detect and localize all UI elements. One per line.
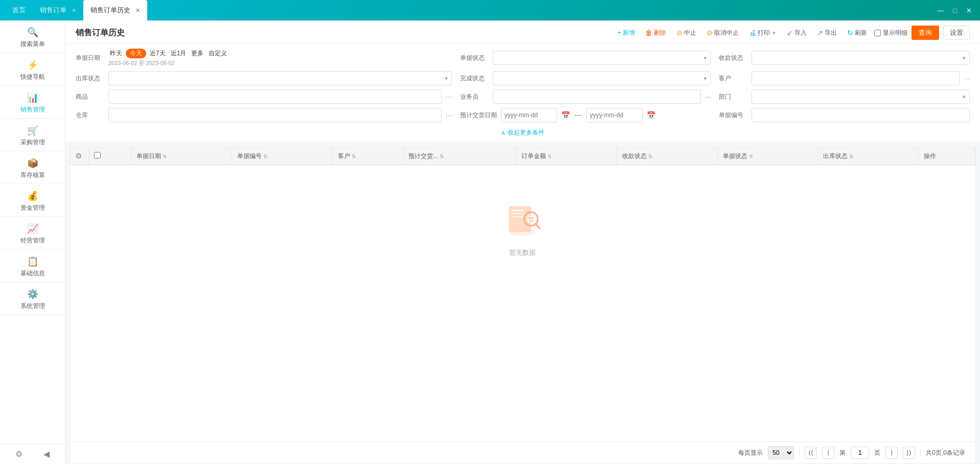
shortcut-更多[interactable]: 更多 (190, 49, 205, 58)
delivery-date-to[interactable] (586, 108, 643, 122)
sort-label-amount: 订单金额 (521, 152, 546, 161)
sidebar-label-quick-nav: 快捷导航 (20, 73, 45, 81)
filter-row-2: 出库状态 ▼ 完成状态 ▼ (76, 71, 970, 85)
show-detail-checkbox-label[interactable]: 显示明细 (874, 29, 907, 37)
product-input[interactable] (108, 90, 442, 104)
current-page-input[interactable] (851, 447, 869, 459)
tab-close-sales-history[interactable]: ✕ (135, 7, 140, 14)
cancel-stop-button[interactable]: ⊘ 取消中止 (703, 27, 742, 39)
shortcut-今天[interactable]: 今天 (126, 49, 146, 58)
th-payment[interactable]: 收款状态⇅ (617, 147, 717, 165)
export-button[interactable]: ↗ 导出 (814, 27, 840, 39)
salesperson-label: 业务员 (460, 93, 489, 101)
th-ship[interactable]: 出库状态⇅ (818, 147, 919, 165)
sidebar-item-sales[interactable]: 📊销售管理 (0, 86, 65, 119)
warehouse-ellipsis[interactable]: ··· (446, 111, 452, 119)
th-status[interactable]: 单据状态⇅ (717, 147, 818, 165)
ship-status-select[interactable] (108, 71, 452, 85)
warehouse-input[interactable] (108, 108, 442, 122)
window-maximize-btn[interactable]: □ (950, 6, 960, 15)
stop-button[interactable]: ⊘ 中止 (673, 27, 699, 39)
customer-input[interactable] (751, 71, 960, 85)
query-button[interactable]: 查询 (911, 26, 939, 40)
th-customer[interactable]: 客户⇅ (332, 147, 403, 165)
delete-button[interactable]: 🗑 删除 (642, 27, 669, 39)
th-action: 操作 (919, 147, 975, 165)
stop-icon: ⊘ (676, 29, 682, 37)
content-area: 销售订单历史 + 新增 🗑 删除 ⊘ 中止 ⊘ 取消中止 🖨 打印 (65, 20, 980, 464)
tab-close-sales-order[interactable]: ✕ (72, 7, 76, 14)
next-page-btn[interactable]: ⟩ (885, 447, 898, 459)
complete-status-select[interactable] (493, 71, 711, 85)
payment-status-select[interactable] (751, 51, 970, 65)
svg-rect-2 (511, 210, 524, 211)
th-no[interactable]: 单据编号⇅ (232, 147, 332, 165)
table-container: ⚙ 单据日期⇅单据编号⇅客户⇅预计交货...⇅订单金额⇅收款状态⇅单据状态⇅出库… (70, 147, 976, 442)
customer-ellipsis[interactable]: ··· (964, 74, 970, 82)
show-detail-checkbox[interactable] (874, 30, 881, 36)
svg-point-9 (532, 217, 533, 219)
sidebar-item-quick-nav[interactable]: ⚡快捷导航 (0, 53, 65, 86)
data-table: ⚙ 单据日期⇅单据编号⇅客户⇅预计交货...⇅订单金额⇅收款状态⇅单据状态⇅出库… (70, 147, 975, 288)
tab-sales-history[interactable]: 销售订单历史✕ (83, 0, 147, 20)
first-page-btn[interactable]: ⟨⟨ (805, 447, 817, 459)
per-page-select[interactable]: 50 10 20 100 (768, 446, 794, 459)
refresh-button[interactable]: ↻ 刷新 (844, 27, 870, 39)
gear-icon[interactable]: ⚙ (75, 151, 82, 160)
collapse-up-icon: ∧ (501, 129, 506, 137)
product-ellipsis[interactable]: ··· (446, 93, 452, 101)
import-button[interactable]: ↙ 导入 (784, 27, 810, 39)
sidebar-settings-btn[interactable]: ⚙ (15, 449, 22, 459)
shortcut-昨天[interactable]: 昨天 (108, 49, 124, 58)
page-header: 销售订单历史 + 新增 🗑 删除 ⊘ 中止 ⊘ 取消中止 🖨 打印 (65, 20, 980, 43)
shortcut-近1月[interactable]: 近1月 (169, 49, 188, 58)
sort-icon-status: ⇅ (749, 153, 753, 159)
collapse-more-btn[interactable]: ∧ 收起更多条件 (76, 126, 970, 137)
filter-row-1: 单据日期 昨天今天近7天近1月更多自定义 2023-06-02 至 2023-0… (76, 49, 970, 67)
sidebar-item-search[interactable]: 🔍搜索菜单 (0, 20, 65, 53)
settings-button[interactable]: 设置 (943, 26, 970, 40)
sidebar-label-system: 系统管理 (20, 302, 45, 311)
th-amount[interactable]: 订单金额⇅ (516, 147, 617, 165)
tab-sales-order[interactable]: 销售订单✕ (33, 0, 83, 20)
sidebar-item-basic[interactable]: 📋基础信息 (0, 250, 65, 282)
per-page-label: 每页显示 (738, 449, 763, 457)
prev-page-btn[interactable]: ⟨ (822, 447, 834, 459)
svg-point-8 (529, 217, 531, 219)
sidebar-item-inventory[interactable]: 📦库存核算 (0, 151, 65, 184)
sidebar-collapse-btn[interactable]: ◀ (43, 449, 50, 459)
last-page-btn[interactable]: ⟩⟩ (903, 447, 915, 459)
print-button[interactable]: 🖨 打印 ▼ (746, 27, 780, 39)
print-dropdown-icon[interactable]: ▼ (771, 30, 777, 36)
operation-icon: 📈 (27, 223, 38, 234)
complete-status-label: 完成状态 (460, 74, 489, 83)
tab-home[interactable]: 首页 (5, 0, 33, 20)
order-no-input[interactable] (751, 108, 970, 122)
page-title: 销售订单历史 (76, 28, 125, 38)
sort-icon-amount: ⇅ (548, 153, 552, 159)
calendar-from-icon[interactable]: 📅 (561, 111, 570, 119)
th-delivery[interactable]: 预计交货...⇅ (403, 147, 516, 165)
window-close-btn[interactable]: ✕ (963, 6, 975, 15)
divider (799, 449, 800, 456)
sidebar-item-finance[interactable]: 💰资金管理 (0, 184, 65, 217)
sidebar-item-operation[interactable]: 📈经营管理 (0, 217, 65, 250)
date-range-text: 2023-06-02 至 2023-06-02 (108, 59, 229, 67)
calendar-to-icon[interactable]: 📅 (647, 111, 655, 119)
department-select[interactable] (751, 90, 970, 104)
salesperson-input[interactable] (493, 90, 701, 104)
new-button[interactable]: + 新增 (614, 27, 638, 39)
shortcut-自定义[interactable]: 自定义 (207, 49, 229, 58)
shortcut-近7天[interactable]: 近7天 (148, 49, 167, 58)
filter-row-3: 商品 ··· 业务员 ··· 部门 ▼ (76, 90, 970, 104)
sidebar-item-purchase[interactable]: 🛒采购管理 (0, 119, 65, 151)
date-control: 昨天今天近7天近1月更多自定义 2023-06-02 至 2023-06-02 (108, 49, 452, 67)
search-icon: 🔍 (27, 27, 38, 38)
delivery-date-from[interactable] (501, 108, 557, 122)
order-status-select[interactable] (493, 51, 711, 65)
window-minimize-btn[interactable]: — (934, 6, 947, 15)
th-date[interactable]: 单据日期⇅ (131, 147, 232, 165)
salesperson-ellipsis[interactable]: ··· (705, 93, 711, 101)
select-all-checkbox[interactable] (94, 152, 101, 159)
sidebar-item-system[interactable]: ⚙️系统管理 (0, 282, 65, 315)
